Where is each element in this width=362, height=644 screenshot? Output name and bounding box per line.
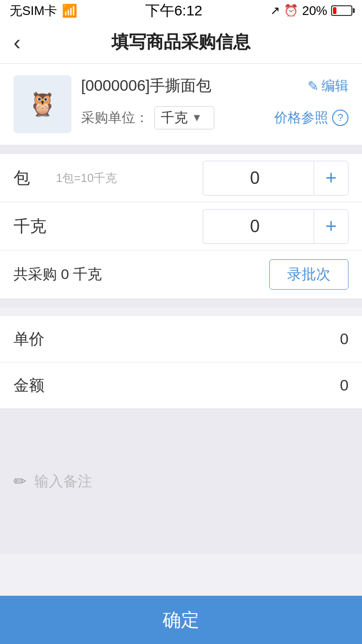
unit-value: 千克	[161, 109, 188, 127]
edit-icon: ✎	[307, 78, 319, 94]
total-label: 共采购 0 千克	[14, 265, 102, 284]
amount-value: 0	[340, 377, 348, 394]
battery-pct: 20%	[302, 3, 327, 18]
amount-label: 金额	[14, 375, 44, 396]
input-section: 包 1包=10千克 + 千克 +	[0, 154, 362, 251]
total-row: 共采购 0 千克 录批次	[0, 251, 362, 299]
dropdown-arrow-icon: ▼	[192, 112, 202, 124]
price-ref-label: 价格参照	[274, 109, 328, 127]
product-name: [0000006]手撕面包	[81, 75, 211, 97]
product-info: [0000006]手撕面包 ✎ 编辑 采购单位： 千克 ▼ 价格参照 ?	[81, 75, 348, 129]
battery-icon	[331, 5, 352, 16]
remark-placeholder: 输入备注	[34, 472, 92, 491]
unit-label: 采购单位：	[81, 109, 149, 127]
unit-price-label: 单价	[14, 329, 44, 350]
location-icon: ↗	[270, 4, 280, 17]
bag-input-row: 包 1包=10千克 +	[0, 154, 362, 202]
nav-bar: ‹ 填写商品采购信息	[0, 21, 362, 64]
unit-price-value: 0	[340, 330, 348, 348]
bag-sublabel: 1包=10千克	[56, 170, 203, 186]
record-batch-button[interactable]: 录批次	[269, 259, 348, 290]
carrier-text: 无SIM卡	[10, 2, 57, 19]
alarm-icon: ⏰	[284, 4, 298, 17]
bag-input-group: +	[203, 161, 348, 196]
kg-label: 千克	[14, 215, 52, 238]
page-title: 填写商品采购信息	[111, 30, 251, 54]
kg-input-row: 千克 +	[0, 202, 362, 251]
status-left: 无SIM卡 📶	[10, 2, 77, 19]
section-divider-1	[0, 145, 362, 154]
status-right: ↗ ⏰ 20%	[270, 3, 352, 18]
product-image: 🦉	[14, 75, 71, 133]
pencil-icon: ✏	[14, 472, 27, 490]
product-name-row: [0000006]手撕面包 ✎ 编辑	[81, 75, 348, 97]
kg-input-group: +	[203, 209, 348, 244]
help-icon: ?	[332, 110, 348, 126]
bag-label: 包	[14, 167, 52, 189]
wifi-icon: 📶	[62, 3, 77, 18]
bag-quantity-input[interactable]	[203, 161, 314, 196]
kg-quantity-input[interactable]	[203, 209, 314, 244]
status-time: 下午6:12	[145, 1, 202, 21]
product-unit-row: 采购单位： 千克 ▼ 价格参照 ?	[81, 106, 348, 129]
edit-button[interactable]: ✎ 编辑	[307, 77, 348, 95]
section-divider-2	[0, 299, 362, 308]
kg-plus-button[interactable]: +	[314, 209, 348, 244]
price-ref-button[interactable]: 价格参照 ?	[274, 109, 348, 127]
price-info-section: 单价 0 金额 0	[0, 316, 362, 409]
bag-plus-button[interactable]: +	[314, 161, 348, 196]
product-card: 🦉 [0000006]手撕面包 ✎ 编辑 采购单位： 千克 ▼ 价格参照 ?	[0, 64, 362, 145]
unit-price-row: 单价 0	[0, 316, 362, 363]
confirm-button[interactable]: 确定	[0, 596, 362, 644]
battery-fill	[333, 7, 336, 14]
unit-dropdown[interactable]: 千克 ▼	[154, 106, 214, 129]
back-button[interactable]: ‹	[14, 30, 21, 55]
unit-selector: 采购单位： 千克 ▼	[81, 106, 214, 129]
edit-label: 编辑	[321, 77, 348, 95]
remark-section[interactable]: ✏ 输入备注	[0, 409, 362, 554]
status-bar: 无SIM卡 📶 下午6:12 ↗ ⏰ 20%	[0, 0, 362, 21]
amount-row: 金额 0	[0, 363, 362, 409]
product-logo: 🦉	[28, 91, 57, 118]
